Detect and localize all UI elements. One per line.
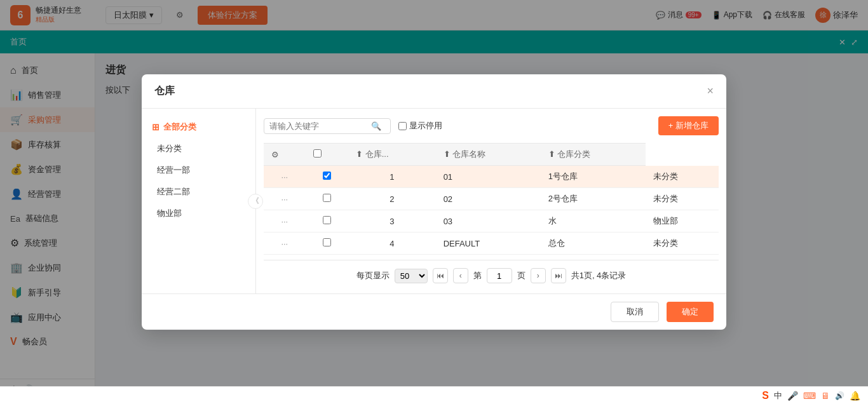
- dialog-header: 仓库 ×: [142, 74, 726, 109]
- row-name: 2号仓库: [541, 188, 646, 210]
- status-notification-icon[interactable]: 🔔: [850, 391, 860, 401]
- row-more[interactable]: ···: [264, 232, 306, 255]
- row-code: 03: [436, 210, 541, 232]
- row-name: 总仓: [541, 232, 646, 255]
- table-row[interactable]: ··· 3 03 水 物业部: [264, 210, 719, 232]
- row-num: 1: [348, 166, 436, 188]
- category-item-ops2[interactable]: 经营二部: [142, 181, 255, 203]
- search-input[interactable]: [269, 121, 371, 131]
- category-panel: ⊞ 全部分类 未分类 经营一部 经营二部 物业部 《: [142, 109, 256, 293]
- table-body: ··· 1 01 1号仓库 未分类 ··· 2 02 2号仓库 未分类 ··· …: [264, 166, 719, 255]
- row-name: 1号仓库: [541, 166, 646, 188]
- page-unit: 页: [517, 270, 526, 281]
- all-category[interactable]: ⊞ 全部分类: [142, 116, 255, 138]
- all-category-label: 全部分类: [163, 121, 196, 133]
- row-name: 水: [541, 210, 646, 232]
- table-row[interactable]: ··· 4 DEFAULT 总仓 未分类: [264, 232, 719, 255]
- row-checkbox[interactable]: [306, 210, 348, 232]
- dialog-title: 仓库: [154, 84, 175, 98]
- row-more[interactable]: ···: [264, 188, 306, 210]
- first-page-btn[interactable]: ⏮: [433, 268, 448, 283]
- select-all-checkbox[interactable]: [313, 149, 322, 158]
- dialog-body: ⊞ 全部分类 未分类 经营一部 经营二部 物业部 《: [142, 109, 726, 293]
- row-num: 3: [348, 210, 436, 232]
- cancel-button[interactable]: 取消: [611, 302, 659, 322]
- row-code: 02: [436, 188, 541, 210]
- right-toolbar: 🔍 显示停用 + 新增仓库: [264, 116, 719, 135]
- row-category: 物业部: [646, 210, 719, 232]
- row-code: DEFAULT: [436, 232, 541, 255]
- row-checkbox[interactable]: [306, 188, 348, 210]
- search-wrap: 🔍: [264, 118, 391, 134]
- table-panel: 🔍 显示停用 + 新增仓库 ⚙: [256, 109, 726, 293]
- table-container: ⚙ ⬆ 仓库... ⬆ 仓库名称 ⬆ 仓库分类: [264, 143, 719, 255]
- row-checkbox[interactable]: [306, 166, 348, 188]
- show-disabled-checkbox[interactable]: 显示停用: [398, 120, 442, 131]
- collapse-panel-btn[interactable]: 《: [248, 194, 263, 209]
- status-monitor-icon[interactable]: 🖥: [821, 391, 830, 401]
- page-size-select[interactable]: 50 20 100: [395, 269, 428, 283]
- row-category: 未分类: [646, 188, 719, 210]
- warehouse-table: ⚙ ⬆ 仓库... ⬆ 仓库名称 ⬆ 仓库分类: [264, 143, 719, 255]
- col-code: ⬆ 仓库...: [348, 144, 436, 166]
- grid-icon: ⊞: [152, 122, 159, 132]
- status-keyboard-icon[interactable]: ⌨: [803, 391, 816, 401]
- row-code: 01: [436, 166, 541, 188]
- row-category: 未分类: [646, 166, 719, 188]
- dialog-overlay: 仓库 × ⊞ 全部分类 未分类 经营一部 经营二部: [0, 0, 868, 404]
- row-num: 2: [348, 188, 436, 210]
- table-row[interactable]: ··· 2 02 2号仓库 未分类: [264, 188, 719, 210]
- col-checkbox: [306, 144, 348, 166]
- dialog-footer: 取消 确定: [142, 293, 726, 330]
- table-head: ⚙ ⬆ 仓库... ⬆ 仓库名称 ⬆ 仓库分类: [264, 144, 719, 166]
- confirm-button[interactable]: 确定: [667, 302, 714, 322]
- warehouse-dialog: 仓库 × ⊞ 全部分类 未分类 经营一部 经营二部: [142, 74, 726, 330]
- dialog-close-btn[interactable]: ×: [707, 84, 714, 98]
- status-volume-icon[interactable]: 🔊: [835, 391, 844, 400]
- status-mic-icon[interactable]: 🎤: [787, 391, 798, 401]
- category-item-uncategorized[interactable]: 未分类: [142, 138, 255, 159]
- total-info: 共1页, 4条记录: [571, 270, 627, 281]
- row-num: 4: [348, 232, 436, 255]
- add-warehouse-btn[interactable]: + 新增仓库: [658, 116, 719, 135]
- pagination: 每页显示 50 20 100 ⏮ ‹ 第 页 › ⏭ 共1页, 4条记录: [264, 260, 719, 286]
- status-s-icon[interactable]: S: [762, 390, 769, 401]
- show-disabled-label: 显示停用: [409, 120, 442, 131]
- status-bar: S 中 🎤 ⌨ 🖥 🔊 🔔: [0, 386, 868, 404]
- prev-page-btn[interactable]: ‹: [453, 268, 468, 283]
- page-number-input[interactable]: [487, 268, 512, 283]
- last-page-btn[interactable]: ⏭: [551, 268, 566, 283]
- row-more[interactable]: ···: [264, 210, 306, 232]
- category-item-ops1[interactable]: 经营一部: [142, 159, 255, 181]
- row-more[interactable]: ···: [264, 166, 306, 188]
- table-row[interactable]: ··· 1 01 1号仓库 未分类: [264, 166, 719, 188]
- row-category: 未分类: [646, 232, 719, 255]
- col-name: ⬆ 仓库名称: [436, 144, 541, 166]
- col-settings: ⚙: [264, 144, 306, 166]
- status-chinese-icon[interactable]: 中: [774, 390, 782, 401]
- show-disabled-check[interactable]: [398, 122, 407, 130]
- col-category: ⬆ 仓库分类: [541, 144, 646, 166]
- category-item-property[interactable]: 物业部: [142, 203, 255, 224]
- row-checkbox[interactable]: [306, 232, 348, 255]
- next-page-btn[interactable]: ›: [531, 268, 546, 283]
- search-icon[interactable]: 🔍: [371, 121, 381, 131]
- per-page-label: 每页显示: [356, 270, 390, 281]
- page-num-label: 第: [473, 270, 482, 281]
